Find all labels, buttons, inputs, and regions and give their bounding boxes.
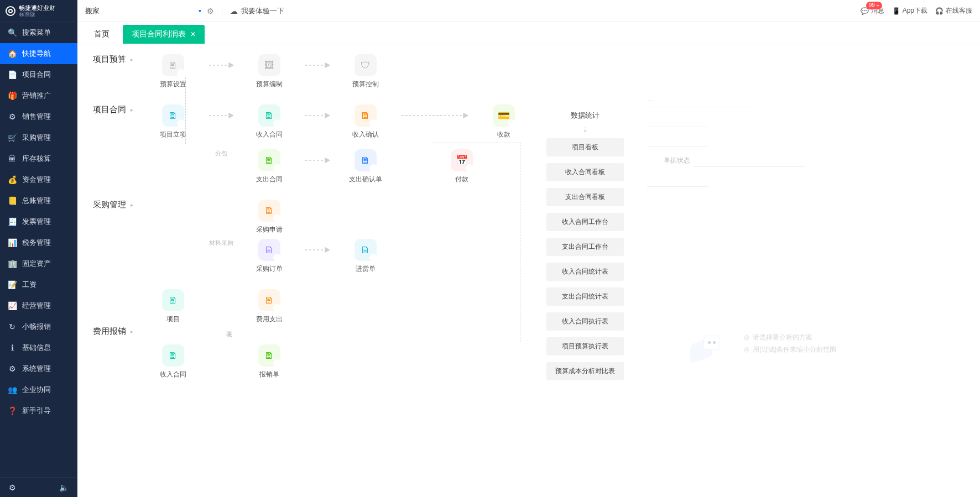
- chevron-right-icon: ▸: [131, 202, 133, 208]
- doc-status-input[interactable]: [695, 154, 805, 167]
- nav-label: 固定资产: [22, 259, 51, 269]
- tips: ◎请选择要分析的方案 ◎用[过滤]条件来缩小分析范围: [744, 332, 836, 355]
- node-receipt[interactable]: 💳收款: [473, 104, 534, 139]
- btn-income-board[interactable]: 收入合同看板: [546, 163, 624, 181]
- node-purchase-order[interactable]: 🗎采购订单: [239, 239, 300, 274]
- settings-icon[interactable]: ⚙: [9, 483, 16, 492]
- global-search[interactable]: ▾: [85, 7, 201, 15]
- compass-icon: ◎: [744, 332, 749, 344]
- nav-search[interactable]: 🔍搜索菜单: [0, 22, 77, 43]
- nav-project-contract[interactable]: 📄项目合同: [0, 64, 77, 85]
- doc-plus-icon: 🗎: [258, 200, 280, 222]
- tab-profit-report[interactable]: 项目合同利润表 ✕: [123, 25, 205, 44]
- btn-expense-workbench[interactable]: 支出合同工作台: [546, 238, 624, 256]
- search-input[interactable]: [85, 7, 195, 15]
- nav-assets[interactable]: 🏢固定资产: [0, 253, 77, 274]
- topbar: ▾ ⚙ ☁ 我要体验一下 💬 消息 99 + 📱 App下载: [77, 0, 980, 22]
- nav-tax[interactable]: 📊税务管理: [0, 232, 77, 253]
- doc-plus-icon: 🗎: [355, 239, 377, 261]
- nav-label: 资金管理: [22, 175, 51, 185]
- nav-sales[interactable]: ⚙销售管理: [0, 106, 77, 127]
- node-project-init[interactable]: 🗎项目立项: [143, 104, 204, 139]
- btn-budget-exec[interactable]: 项目预算执行表: [546, 337, 624, 355]
- nav-basic[interactable]: ℹ基础信息: [0, 337, 77, 358]
- nav-operations[interactable]: 📈经营管理: [0, 295, 77, 316]
- doc-icon: 🗎: [162, 344, 184, 367]
- node-expense[interactable]: 🗎费用支出: [239, 289, 300, 324]
- btn-income-exec[interactable]: 收入合同执行表: [546, 312, 624, 331]
- nav-label: 经营管理: [22, 301, 51, 311]
- nav-inventory[interactable]: 🏛库存核算: [0, 148, 77, 169]
- nav-invoice[interactable]: 🧾发票管理: [0, 211, 77, 232]
- node-budget-setup[interactable]: 🗎预算设置: [143, 54, 204, 89]
- sidebar-footer: ⚙ 🔈: [0, 477, 77, 497]
- note-icon: 📝: [8, 280, 17, 289]
- nav-ledger[interactable]: 📒总账管理: [0, 190, 77, 211]
- app-download-button[interactable]: 📱 App下载: [892, 6, 927, 15]
- nav-collab[interactable]: 👥企业协同: [0, 379, 77, 400]
- tab-label: 项目合同利润表: [132, 29, 186, 39]
- close-icon[interactable]: ✕: [190, 30, 196, 38]
- btn-project-board[interactable]: 项目看板: [546, 138, 624, 156]
- stats-column: 数据统计 ⇣ 项目看板 收入合同看板 支出合同看板 收入合同工作台 支出合同工作…: [546, 111, 624, 380]
- tab-home[interactable]: 首页: [85, 25, 118, 44]
- gear-icon[interactable]: ⚙: [207, 7, 214, 15]
- support-button[interactable]: 🎧 在线客服: [935, 6, 972, 15]
- node-income-contract[interactable]: 🗎收入合同: [239, 104, 300, 139]
- nav-system[interactable]: ⚙系统管理: [0, 358, 77, 379]
- lbl-doc-status: 单据状态: [651, 156, 690, 165]
- btn-income-workbench[interactable]: 收入合同工作台: [546, 213, 624, 231]
- arrow-icon: [305, 104, 330, 127]
- node-income-confirm[interactable]: 🗎收入确认: [335, 104, 396, 139]
- calendar-icon: 📅: [451, 149, 473, 171]
- doc-icon: 🗎: [162, 289, 184, 311]
- btn-expense-stats[interactable]: 支出合同统计表: [546, 287, 624, 306]
- collapse-icon[interactable]: 🔈: [59, 483, 69, 492]
- chevron-right-icon: ▸: [131, 56, 133, 62]
- doc-plus-icon: 🗎: [162, 104, 184, 127]
- nav-label: 销售管理: [22, 112, 51, 122]
- contract-no-input[interactable]: —: [646, 94, 757, 107]
- try-link[interactable]: ☁ 我要体验一下: [230, 6, 284, 16]
- nav-purchase[interactable]: 🛒采购管理: [0, 127, 77, 148]
- chart-icon: 📈: [8, 301, 17, 310]
- node-reimburse[interactable]: 🗎报销单: [239, 344, 300, 379]
- chevron-down-icon[interactable]: ▾: [199, 8, 201, 14]
- nav-label: 企业协同: [22, 385, 51, 395]
- node-project[interactable]: 🗎项目: [143, 289, 204, 324]
- cart-icon: 🛒: [8, 133, 17, 142]
- building-icon: 🏢: [8, 259, 17, 268]
- node-budget-compile[interactable]: 🖼预算编制: [239, 54, 300, 89]
- btn-expense-board[interactable]: 支出合同看板: [546, 188, 624, 206]
- headset-icon: 🎧: [935, 7, 943, 15]
- doc-plus-icon: 🗎: [258, 344, 280, 367]
- arrow-icon: [305, 54, 330, 76]
- nav-quicknav[interactable]: 🏠快捷导航: [0, 43, 77, 64]
- node-goods-receipt[interactable]: 🗎进货单: [335, 239, 396, 274]
- node-payment[interactable]: 📅付款: [431, 149, 492, 184]
- nav-label: 项目合同: [22, 70, 51, 80]
- wallet-icon: 💳: [493, 104, 515, 127]
- node-purchase-request[interactable]: 🗎采购申请: [239, 200, 300, 234]
- node-budget-control[interactable]: 🛡预算控制: [335, 54, 396, 89]
- section-title: 费用报销: [93, 326, 126, 337]
- node-income-contract2[interactable]: 🗎收入合同: [143, 344, 204, 379]
- btn-budget-cost-compare[interactable]: 预算成本分析对比表: [546, 362, 624, 380]
- sidebar: 畅捷通好业财 标准版 🔍搜索菜单 🏠快捷导航 📄项目合同 🎁营销推广 ⚙销售管理…: [0, 0, 77, 497]
- nav-expense[interactable]: ↻小畅报销: [0, 316, 77, 337]
- connector: [431, 143, 520, 143]
- doc-plus-icon: 🗎: [258, 104, 280, 127]
- node-expense-contract[interactable]: 🗎支出合同: [239, 149, 300, 184]
- btn-income-stats[interactable]: 收入合同统计表: [546, 263, 624, 281]
- messages-badge: 99 +: [866, 2, 883, 9]
- tax-icon: 📊: [8, 238, 17, 247]
- nav-funds[interactable]: 💰资金管理: [0, 169, 77, 190]
- nav-marketing[interactable]: 🎁营销推广: [0, 85, 77, 106]
- nav-guide[interactable]: ❓新手引导: [0, 400, 77, 421]
- messages-button[interactable]: 💬 消息 99 +: [861, 6, 884, 15]
- nav-salary[interactable]: 📝工资: [0, 274, 77, 295]
- node-expense-confirm[interactable]: 🗎支出确认单: [335, 149, 396, 184]
- help-icon: ❓: [8, 406, 17, 415]
- arrow-icon: [305, 149, 330, 171]
- info-icon: ℹ: [8, 343, 17, 352]
